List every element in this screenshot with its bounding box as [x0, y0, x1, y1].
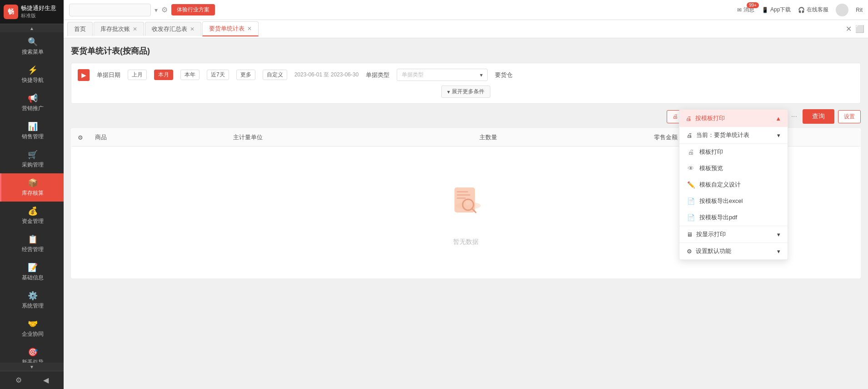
operation-icon: 📋 — [28, 234, 38, 244]
date-btn-more[interactable]: 更多 — [236, 70, 255, 80]
main-content: ▾ ⚙ 体验行业方案 ✉ 消息 99+ 📱 App下载 🎧 在线客服 — [64, 0, 868, 389]
promo-button[interactable]: 体验行业方案 — [171, 4, 215, 15]
sidebar-collapse-btn[interactable]: ◀ — [43, 376, 49, 384]
export-excel-label: 按模板导出excel — [699, 197, 743, 205]
sidebar-item-search[interactable]: 🔍 搜索菜单 — [0, 32, 64, 61]
messages-btn[interactable]: ✉ 消息 99+ — [737, 6, 754, 14]
sidebar-scroll-down[interactable]: ▼ — [0, 363, 64, 371]
tab-receipts-summary[interactable]: 收发存汇总表 ✕ — [145, 22, 201, 36]
user-avatar[interactable] — [836, 4, 848, 16]
table-col-settings[interactable]: ⚙ — [71, 129, 90, 147]
template-design-label: 模板自定义设计 — [699, 181, 741, 189]
export-pdf-icon: 📄 — [687, 214, 695, 221]
tab-batch-account[interactable]: 库存批次账 ✕ — [94, 22, 144, 36]
dropdown-export-pdf[interactable]: 📄 按模板导出pdf — [679, 209, 788, 226]
sidebar-label-quick-nav: 快捷导航 — [22, 76, 44, 84]
topbar-left: ▾ ⚙ 体验行业方案 — [69, 4, 215, 16]
sidebar-item-sales[interactable]: 📊 销售管理 — [0, 117, 64, 145]
topbar-search-input[interactable] — [69, 4, 151, 16]
expand-more-label: 展开更多条件 — [452, 88, 484, 96]
sidebar-label-collab: 企业协同 — [22, 330, 44, 338]
display-print-icon: 🖥 — [687, 231, 693, 238]
svg-point-7 — [466, 201, 470, 206]
filter-row: ▶ 单据日期 上月 本月 本年 近7天 更多 自定义 2023-06-01 至 … — [78, 69, 854, 81]
sidebar-item-purchase[interactable]: 🛒 采购管理 — [0, 145, 64, 173]
avatar-circle — [836, 4, 848, 16]
dropdown-set-default[interactable]: ⚙ 设置默认功能 ▾ — [679, 243, 788, 259]
type-filter-arrow: ▾ — [480, 72, 483, 78]
sidebar-item-newbie[interactable]: 🎯 新手引导 — [0, 343, 64, 363]
marketing-icon: 📢 — [28, 93, 38, 103]
date-btn-custom[interactable]: 自定义 — [263, 70, 287, 80]
date-btn-last-month[interactable]: 上月 — [128, 70, 147, 80]
date-filter-label: 单据日期 — [97, 71, 120, 79]
window-maximize-btn[interactable]: ⬜ — [855, 25, 864, 33]
sidebar-settings-btn[interactable]: ⚙ — [15, 376, 22, 384]
query-btn[interactable]: 查询 — [803, 109, 834, 124]
print-dropdown: 🖨 按模板打印 ▲ 🖨 当前：要货单统计表 ▾ — [679, 109, 788, 260]
more-actions-btn[interactable]: ··· — [789, 111, 799, 122]
sidebar-item-inventory[interactable]: 📦 库存核算 — [0, 173, 64, 202]
tab-receipts-summary-label: 收发存汇总表 — [152, 25, 187, 33]
purchase-icon: 🛒 — [28, 150, 38, 160]
tab-batch-account-close[interactable]: ✕ — [133, 26, 137, 32]
date-btn-last-7days[interactable]: 近7天 — [207, 70, 229, 80]
message-icon: ✉ — [737, 7, 742, 13]
expand-more-conditions-btn[interactable]: ▾ 展开更多条件 — [441, 86, 490, 98]
sidebar: 畅 畅捷通好生意 标准版 ▲ 🔍 搜索菜单 ⚡ 快捷导航 📢 营销推广 📊 销售 — [0, 0, 64, 389]
expand-btn-row: ▾ 展开更多条件 — [78, 86, 854, 98]
tab-order-summary-close[interactable]: ✕ — [247, 25, 252, 32]
tab-receipts-summary-close[interactable]: ✕ — [190, 26, 195, 32]
newbie-icon: 🎯 — [28, 347, 38, 357]
filter-expand-icon[interactable]: ▶ — [78, 69, 90, 81]
type-filter-value: 单据类型 — [402, 71, 424, 79]
user-name[interactable]: Rit — [856, 7, 863, 13]
settings-btn[interactable]: 设置 — [838, 110, 861, 123]
table-settings-icon[interactable]: ⚙ — [78, 134, 83, 141]
sidebar-item-basic[interactable]: 📝 基础信息 — [0, 258, 64, 286]
sidebar-item-finance[interactable]: 💰 资金管理 — [0, 202, 64, 230]
filter-bar: ▶ 单据日期 上月 本月 本年 近7天 更多 自定义 2023-06-01 至 … — [71, 63, 861, 104]
dropdown-current-template[interactable]: 🖨 当前：要货单统计表 ▾ — [679, 127, 788, 143]
basic-icon: 📝 — [28, 263, 38, 273]
date-btn-this-month[interactable]: 本月 — [154, 70, 173, 80]
template-design-icon: ✏️ — [687, 181, 695, 188]
set-default-arrow: ▾ — [777, 248, 780, 255]
app-download-btn[interactable]: 📱 App下载 — [762, 6, 791, 14]
type-filter-label: 单据类型 — [366, 71, 389, 79]
sidebar-item-operation[interactable]: 📋 经营管理 — [0, 230, 64, 258]
sidebar-item-system[interactable]: ⚙️ 系统管理 — [0, 286, 64, 314]
template-preview-label: 模板预览 — [699, 164, 723, 172]
sidebar-item-quick-nav[interactable]: ⚡ 快捷导航 — [0, 61, 64, 89]
collab-icon: 🤝 — [28, 319, 38, 329]
tab-order-summary-label: 要货单统计表 — [209, 25, 244, 33]
sidebar-label-marketing: 营销推广 — [22, 105, 44, 112]
topbar-right: ✉ 消息 99+ 📱 App下载 🎧 在线客服 Rit — [737, 4, 863, 16]
table-col-unit: 主计量单位 — [228, 129, 474, 147]
window-close-btn[interactable]: ✕ — [846, 25, 852, 33]
table-col-qty: 主数量 — [474, 129, 649, 147]
date-btn-this-year[interactable]: 本年 — [180, 70, 200, 80]
topbar-gear-icon[interactable]: ⚙ — [161, 5, 168, 14]
tab-order-summary[interactable]: 要货单统计表 ✕ — [202, 21, 259, 36]
dropdown-template-design[interactable]: ✏️ 模板自定义设计 — [679, 177, 788, 193]
dropdown-display-print[interactable]: 🖥 按显示打印 ▾ — [679, 226, 788, 242]
dropdown-header[interactable]: 🖨 按模板打印 ▲ — [679, 110, 788, 127]
dropdown-close-arrow[interactable]: ▲ — [775, 115, 781, 122]
online-service-btn[interactable]: 🎧 在线客服 — [798, 6, 828, 14]
tab-home[interactable]: 首页 — [67, 22, 93, 36]
dropdown-template-print[interactable]: 🖨 模板打印 — [679, 144, 788, 160]
sidebar-scroll-up[interactable]: ▲ — [0, 24, 64, 32]
goods-filter-label: 要货仓 — [495, 71, 513, 79]
display-print-arrow: ▾ — [777, 231, 780, 238]
dropdown-template-preview[interactable]: 👁 模板预览 — [679, 160, 788, 177]
type-filter-select[interactable]: 单据类型 ▾ — [397, 69, 488, 81]
date-range-display: 2023-06-01 至 2023-06-30 — [294, 71, 359, 79]
topbar-dropdown-arrow[interactable]: ▾ — [155, 6, 158, 14]
logo-sub-title: 标准版 — [21, 12, 56, 19]
sidebar-item-collab[interactable]: 🤝 企业协同 — [0, 314, 64, 343]
sidebar-label-inventory: 库存核算 — [22, 189, 44, 197]
dropdown-export-excel[interactable]: 📄 按模板导出excel — [679, 193, 788, 209]
sidebar-item-marketing[interactable]: 📢 营销推广 — [0, 89, 64, 117]
headset-icon: 🎧 — [798, 7, 805, 13]
